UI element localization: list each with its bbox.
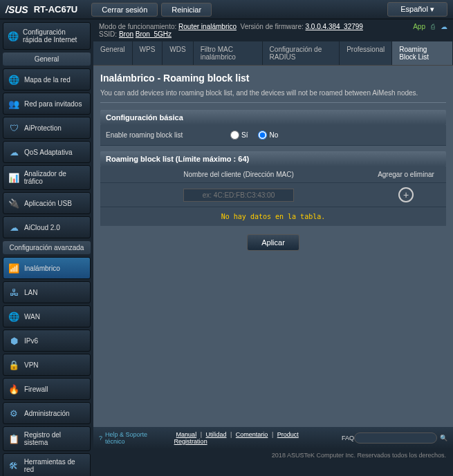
language-selector[interactable]: Español [387,2,447,17]
sidebar-icon: 📶 [8,262,20,274]
sidebar-icon: 🌐 [8,310,20,323]
sidebar-item-administración[interactable]: ⚙Administración [3,402,91,424]
tab-professional[interactable]: Professional [340,41,392,65]
sidebar-item-aiprotection[interactable]: 🛡AiProtection [3,117,91,139]
model-label: RT-AC67U [34,4,78,15]
tab-wds[interactable]: WDS [163,41,193,65]
sidebar-item-label: Firewall [24,385,48,393]
sidebar-quick-setup[interactable]: 🌐 Configuración rápida de Internet [3,22,91,50]
basic-config-header: Configuración básica [100,110,446,125]
sidebar-item-label: WAN [24,313,40,321]
sidebar-item-label: Herramientas de red [24,458,86,473]
sidebar-item-label: AiProtection [24,124,62,132]
search-icon[interactable]: 🔍 [440,435,447,441]
footer-link-manual[interactable]: Manual [176,431,197,438]
tab-roaming-block-list[interactable]: Roaming Block List [392,41,453,65]
sidebar-icon: ⚙ [8,407,20,419]
page-title: Inalámbrico - Roaming block list [100,73,446,84]
enable-row: Enable roaming block list Sí No [100,125,446,146]
faq-link[interactable]: FAQ [342,435,354,441]
main-panel: Modo de funcionamiento: Router inalámbri… [93,19,453,461]
sidebar-item-label: VPN [24,361,39,369]
sidebar-item-label: Red para invitados [24,100,82,108]
blocklist-header: Roaming block list (Límite máximo : 64) [100,151,446,166]
firmware-value[interactable]: 3.0.0.4.384_32799 [306,23,363,30]
empty-message: No hay datos en la tabla. [100,207,446,226]
ssid2-value[interactable]: Bron_5GHz [136,30,172,38]
sidebar: 🌐 Configuración rápida de Internet Gener… [0,19,93,461]
sidebar-item-analizador-de-tráfico[interactable]: 📊Analizador de tráfico [3,165,91,190]
status-bar: Modo de funcionamiento: Router inalámbri… [93,19,453,41]
tab-configuración-de-radius[interactable]: Configuración de RADIUS [263,41,340,65]
content-area: Inalámbrico - Roaming block list You can… [93,66,453,427]
sidebar-item-label: IPv6 [24,337,38,345]
sidebar-general-header: General [3,53,91,66]
footer-search[interactable] [354,432,437,444]
app-link[interactable]: App [413,23,425,30]
sidebar-item-qos-adaptativa[interactable]: ☁QoS Adaptativa [3,141,91,163]
footer: ? Help & Soporte técnico Manual | Utilid… [93,427,453,449]
sidebar-icon: ☁ [8,146,20,158]
table-header-row: Nombre del cliente (Dirección MAC) Agreg… [100,166,446,183]
copyright: 2018 ASUSTeK Computer Inc. Reservados to… [93,449,453,461]
globe-icon: 🌐 [8,30,19,42]
tab-wps[interactable]: WPS [133,41,163,65]
sidebar-item-label: Configuración rápida de Internet [23,28,86,44]
radio-yes-input[interactable] [230,131,239,140]
radio-no[interactable]: No [258,131,278,140]
mac-input[interactable] [183,189,294,202]
sidebar-item-red-para-invitados[interactable]: 👥Red para invitados [3,93,91,115]
sidebar-icon: 📊 [8,171,20,184]
brand-logo: /SUS [6,4,28,15]
ssid1-value[interactable]: Bron [119,30,133,38]
sidebar-item-label: Analizador de tráfico [24,170,86,185]
reboot-button[interactable]: Reiniciar [161,3,212,17]
sidebar-item-aplicación-usb[interactable]: 🔌Aplicación USB [3,192,91,214]
sidebar-item-lan[interactable]: 🖧LAN [3,281,91,303]
mode-value[interactable]: Router inalámbrico [178,23,237,30]
mode-label: Modo de funcionamiento: [99,23,176,30]
sidebar-item-wan[interactable]: 🌐WAN [3,305,91,327]
sidebar-item-herramientas-de-red[interactable]: 🛠Herramientas de red [3,453,91,476]
apply-button[interactable]: Aplicar [247,234,299,251]
aicloud-icon[interactable]: ☁ [441,23,447,30]
footer-link-utilidad[interactable]: Utilidad [205,431,226,438]
sidebar-item-label: Aplicación USB [24,200,72,207]
logout-button[interactable]: Cerrar sesión [91,3,158,17]
sidebar-item-aicloud-2.0[interactable]: ☁AiCloud 2.0 [3,216,91,238]
sidebar-icon: 🛡 [8,122,20,134]
sidebar-item-inalámbrico[interactable]: 📶Inalámbrico [3,257,91,279]
sidebar-item-label: Administración [24,410,70,417]
sidebar-item-ipv6[interactable]: ⬢IPv6 [3,330,91,352]
sidebar-item-label: Inalámbrico [24,265,60,272]
sidebar-icon: 🖧 [8,286,20,298]
add-button[interactable]: + [398,187,414,202]
sidebar-icon: 🛠 [8,459,20,472]
sidebar-item-mapa-de-la-red[interactable]: 🌐Mapa de la red [3,68,91,91]
sidebar-item-label: AiCloud 2.0 [24,224,60,231]
sidebar-icon: 👥 [8,97,20,110]
page-description: You can add devices into roaming block l… [100,89,446,103]
ssid-label: SSID: [99,30,117,38]
radio-yes[interactable]: Sí [230,131,248,140]
sidebar-item-firewall[interactable]: 🔥Firewall [3,378,91,400]
sidebar-item-vpn[interactable]: 🔒VPN [3,354,91,376]
help-icon: ? [99,435,102,441]
sidebar-icon: 📋 [8,432,20,445]
sidebar-item-label: Registro del sistema [24,431,86,446]
top-bar: /SUS RT-AC67U Cerrar sesión Reiniciar Es… [0,0,453,19]
help-link[interactable]: Help & Soporte técnico [105,431,167,445]
firmware-label: Versión de firmware: [241,23,304,30]
sidebar-icon: 🌐 [8,73,20,86]
tab-general[interactable]: General [93,41,133,65]
enable-label: Enable roaming block list [106,131,230,139]
footer-link-comentario[interactable]: Comentario [236,431,268,438]
tab-filtro-mac-inalámbrico[interactable]: Filtro MAC inalámbrico [194,41,263,65]
sidebar-item-label: QoS Adaptativa [24,149,73,156]
col-action-header: Agregar o eliminar [371,171,441,178]
sidebar-item-label: LAN [24,289,37,296]
usb-icon[interactable]: ⎙ [431,23,435,30]
sidebar-item-registro-del-sistema[interactable]: 📋Registro del sistema [3,426,91,451]
radio-no-input[interactable] [258,131,267,140]
tab-bar: GeneralWPSWDSFiltro MAC inalámbricoConfi… [93,41,453,66]
